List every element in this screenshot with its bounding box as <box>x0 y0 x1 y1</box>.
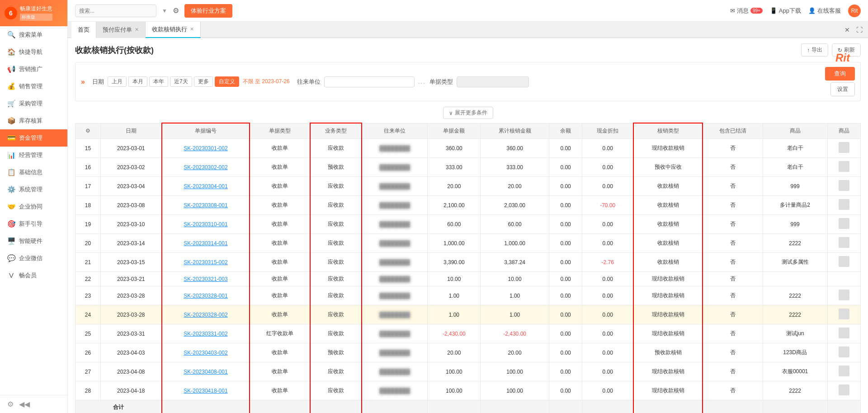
sidebar-item-hardware[interactable]: 🖥️ 智能硬件 <box>0 233 67 250</box>
cell-goods: 2222 <box>763 305 827 324</box>
last-month-btn[interactable]: 上月 <box>108 76 127 87</box>
sidebar-item-basic-info[interactable]: 📋 基础信息 <box>0 164 67 181</box>
col-balance-header: 余额 <box>549 123 582 139</box>
cell-docno: SK-20230403-002 <box>162 343 250 362</box>
doc-no-link[interactable]: SK-20230328-001 <box>184 293 227 299</box>
doc-no-link[interactable]: SK-20230403-002 <box>184 350 227 356</box>
doc-no-link[interactable]: SK-20230301-002 <box>184 145 227 152</box>
expand-filters-btn[interactable]: ∨ 展开更多条件 <box>443 107 493 119</box>
sidebar-item-member[interactable]: V 畅会员 <box>0 267 67 284</box>
filter-toggle-btn[interactable]: » <box>81 78 85 86</box>
cell-goods-img <box>827 215 860 234</box>
collapse-icon[interactable]: ◀◀ <box>19 400 30 408</box>
cell-balance: 0.00 <box>549 196 582 215</box>
sidebar-item-label: 营销推广 <box>19 65 42 73</box>
cell-balance: 0.00 <box>549 286 582 305</box>
sidebar-item-inventory[interactable]: 📦 库存核算 <box>0 112 67 129</box>
doc-no-link[interactable]: SK-20230310-001 <box>184 221 227 228</box>
maximize-btn[interactable]: ⛶ <box>854 24 864 35</box>
customer-service-btn[interactable]: 👤 在线客服 <box>808 7 841 15</box>
last-7-days-btn[interactable]: 近7天 <box>170 76 192 87</box>
cell-no: 19 <box>75 215 101 234</box>
dropdown-arrow-icon[interactable]: ▼ <box>162 8 167 14</box>
sidebar-item-purchase[interactable]: 🛒 采购管理 <box>0 95 67 112</box>
this-month-btn[interactable]: 本月 <box>128 76 147 87</box>
col-amount-header: 单据金额 <box>428 123 481 139</box>
table-row: 20 2023-03-14 SK-20230314-001 收款单 应收款 ██… <box>75 234 861 253</box>
cell-goods-img <box>827 362 860 381</box>
cell-no: 15 <box>75 139 101 158</box>
sidebar-item-marketing[interactable]: 📢 营销推广 <box>0 61 67 78</box>
doc-no-link[interactable]: SK-20230304-001 <box>184 183 227 190</box>
sidebar-item-sales[interactable]: 💰 销售管理 <box>0 78 67 95</box>
cell-doctype: 收款单 <box>250 381 310 400</box>
doc-no-link[interactable]: SK-20230331-002 <box>184 331 227 337</box>
doc-type-filter-label: 单据类型 <box>429 78 453 86</box>
topbar-left: ▼ ⚙ 体验行业方案 <box>75 4 232 18</box>
topbar-settings-icon[interactable]: ⚙ <box>173 6 179 15</box>
tab-cancel-close-icon[interactable]: ✕ <box>190 26 194 32</box>
cell-goods: 老白干 <box>763 139 827 158</box>
doc-type-select[interactable] <box>457 76 529 87</box>
app-label: App下载 <box>779 7 801 15</box>
table-row: 23 2023-03-28 SK-20230328-001 收款单 应收款 ██… <box>75 286 861 305</box>
doc-no-link[interactable]: SK-20230314-001 <box>184 240 227 247</box>
settings-gear-icon[interactable]: ⚙ <box>7 400 14 408</box>
doc-no-link[interactable]: SK-20230328-002 <box>184 312 227 318</box>
cell-cancel-amount: -2,430.00 <box>481 324 549 343</box>
footer-cancel-type <box>633 400 703 413</box>
app-download-btn[interactable]: 📱 App下载 <box>770 7 801 15</box>
tab-prepaid[interactable]: 预付应付单 ✕ <box>96 22 146 38</box>
cell-cancel-amount: 1,000.00 <box>481 234 549 253</box>
cell-cancel-type: 现结收款核销 <box>633 324 703 343</box>
sidebar-item-collab[interactable]: 🤝 企业协同 <box>0 198 67 215</box>
export-btn[interactable]: ↑ 导出 <box>801 43 828 57</box>
col-settings-header[interactable]: ⚙ <box>75 123 101 139</box>
corner-watermark: Rit <box>835 52 850 64</box>
query-btn[interactable]: 查询 <box>825 67 855 81</box>
tab-prepaid-close-icon[interactable]: ✕ <box>135 27 139 33</box>
sidebar-item-finance[interactable]: 💳 资金管理 <box>0 129 67 147</box>
close-all-tabs-btn[interactable]: ✕ <box>843 24 852 35</box>
sidebar-item-search[interactable]: 🔍 搜索菜单 <box>0 26 67 43</box>
custom-date-btn[interactable]: 自定义 <box>215 76 239 87</box>
doc-no-link[interactable]: SK-20230418-001 <box>184 388 227 394</box>
message-btn[interactable]: ✉ 消息 99+ <box>730 7 763 15</box>
collab-icon: 🤝 <box>7 203 15 211</box>
this-year-btn[interactable]: 本年 <box>149 76 168 87</box>
cell-partner: ████████ <box>362 362 428 381</box>
more-dates-btn[interactable]: 更多 <box>194 76 213 87</box>
cell-goods: 测试多属性 <box>763 253 827 272</box>
tab-prepaid-label: 预付应付单 <box>103 26 132 34</box>
cell-goods: 2222 <box>763 381 827 400</box>
search-input[interactable] <box>75 5 156 17</box>
cell-cancel-amount: 60.00 <box>481 215 549 234</box>
sidebar-item-system[interactable]: ⚙️ 系统管理 <box>0 181 67 198</box>
industry-btn[interactable]: 体验行业方案 <box>184 4 232 18</box>
doc-no-link[interactable]: SK-20230308-001 <box>184 202 227 209</box>
table-row: 25 2023-03-31 SK-20230331-002 红字收款单 应收款 … <box>75 324 861 343</box>
user-avatar[interactable]: Rit <box>848 5 861 17</box>
doc-no-link[interactable]: SK-20230302-002 <box>184 164 227 171</box>
cell-cancel-amount: 360.00 <box>481 139 549 158</box>
sidebar-item-nav[interactable]: 🏠 快捷导航 <box>0 43 67 61</box>
service-label: 在线客服 <box>817 7 841 15</box>
tab-cancel-exec[interactable]: 收款核销执行 ✕ <box>146 22 201 38</box>
sidebar-item-guide[interactable]: 🎯 新手引导 <box>0 215 67 233</box>
footer-goods2 <box>827 400 860 413</box>
doc-no-link[interactable]: SK-20230315-002 <box>184 259 227 266</box>
purchase-icon: 🛒 <box>7 100 15 108</box>
doc-no-link[interactable]: SK-20230321-003 <box>184 276 227 282</box>
tab-home[interactable]: 首页 <box>71 22 96 38</box>
cell-goods-img <box>827 381 860 400</box>
cell-biztype: 预收款 <box>310 343 362 362</box>
sidebar-item-wechat[interactable]: 💬 企业微信 <box>0 250 67 267</box>
cell-cancel-amount: 2,030.00 <box>481 196 549 215</box>
cell-discount: 0.00 <box>582 158 633 177</box>
filter-settings-btn[interactable]: 设置 <box>830 82 855 96</box>
doc-no-link[interactable]: SK-20230408-001 <box>184 369 227 375</box>
partner-input[interactable] <box>324 76 415 87</box>
sidebar-item-operations[interactable]: 📊 经营管理 <box>0 147 67 164</box>
more-filters-icon[interactable]: ... <box>418 78 426 85</box>
cell-date: 2023-04-18 <box>101 381 162 400</box>
